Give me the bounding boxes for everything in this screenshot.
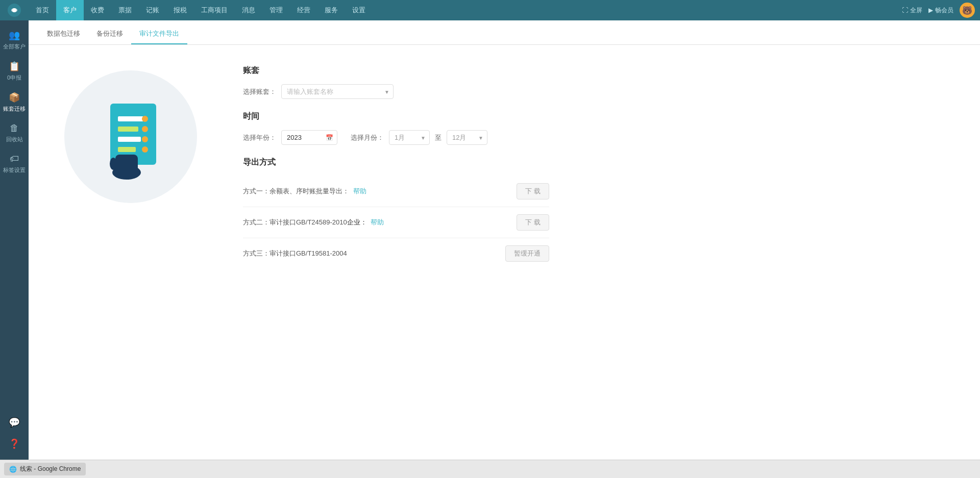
taskbar-label: 线索 - Google Chrome xyxy=(20,465,81,473)
nav-invoice[interactable]: 票据 xyxy=(111,0,139,20)
sidebar-chat-button[interactable]: 💬 xyxy=(0,412,29,433)
svg-rect-4 xyxy=(118,127,138,132)
chat-icon: 💬 xyxy=(9,417,20,428)
fullscreen-button[interactable]: ⛶ 全屏 xyxy=(902,6,922,15)
sidebar-item-zero-declaration[interactable]: 📋 0申报 xyxy=(0,56,29,87)
vip-label: 畅会员 xyxy=(935,6,953,15)
export-method-2-label: 方式二：审计接口GB/T24589-2010企业： 帮助 xyxy=(243,218,517,227)
export-method-1-download-btn[interactable]: 下 载 xyxy=(517,183,549,199)
export-method-2-help[interactable]: 帮助 xyxy=(371,218,384,226)
illustration-area xyxy=(59,65,202,208)
help-icon: ❓ xyxy=(9,438,20,449)
audit-illustration xyxy=(90,88,172,185)
export-section-title: 导出方式 xyxy=(243,157,549,168)
nav-operation[interactable]: 经营 xyxy=(290,0,317,20)
nav-message[interactable]: 消息 xyxy=(235,0,262,20)
zero-decl-icon: 📋 xyxy=(9,61,20,72)
nav-service[interactable]: 服务 xyxy=(317,0,345,20)
month-start-select[interactable]: 1月 2月 3月 4月 5月 6月 7月 8月 9月 10月 11月 12月 xyxy=(389,130,430,145)
tag-icon: 🏷 xyxy=(10,154,19,164)
export-method-1-text: 方式一：余额表、序时账批量导出： xyxy=(243,187,349,195)
chrome-icon: 🌐 xyxy=(9,466,17,473)
tab-audit-export[interactable]: 审计文件导出 xyxy=(131,23,187,44)
account-select-row: 选择账套： 请输入账套名称 xyxy=(243,84,549,99)
export-method-3-text: 方式三：审计接口GB/T19581-2004 xyxy=(243,249,347,257)
year-input[interactable] xyxy=(281,130,337,145)
year-input-wrapper: 📅 xyxy=(281,130,337,145)
year-label: 选择年份： xyxy=(243,133,276,142)
svg-point-7 xyxy=(142,116,148,122)
content-area: 数据包迁移 备份迁移 审计文件导出 xyxy=(29,20,980,460)
form-area: 账套 选择账套： 请输入账套名称 时间 选择年份： 📅 xyxy=(243,65,549,269)
vip-button[interactable]: ▶ 畅会员 xyxy=(928,6,953,15)
sidebar-label-customers: 全部客户 xyxy=(3,43,26,51)
export-method-1-label: 方式一：余额表、序时账批量导出： 帮助 xyxy=(243,187,517,196)
svg-point-1 xyxy=(12,8,16,12)
month-label: 选择月份： xyxy=(351,133,384,142)
nav-tax[interactable]: 报税 xyxy=(166,0,194,20)
account-section-title: 账套 xyxy=(243,65,549,76)
svg-point-9 xyxy=(142,136,148,142)
sidebar-item-recycle[interactable]: 🗑 回收站 xyxy=(0,118,29,148)
account-select[interactable]: 请输入账套名称 xyxy=(281,84,394,99)
export-method-1-help[interactable]: 帮助 xyxy=(353,187,366,195)
export-method-2-download-btn[interactable]: 下 载 xyxy=(517,214,549,231)
sidebar-label-migration: 账套迁移 xyxy=(3,105,26,113)
app-logo xyxy=(5,1,23,19)
nav-manage[interactable]: 管理 xyxy=(262,0,290,20)
tab-data-migration[interactable]: 数据包迁移 xyxy=(39,23,88,44)
export-method-3-label: 方式三：审计接口GB/T19581-2004 xyxy=(243,249,505,258)
account-select-wrapper: 请输入账套名称 xyxy=(281,84,394,99)
page-content: 账套 选择账套： 请输入账套名称 时间 选择年份： 📅 xyxy=(29,45,980,460)
sidebar-item-account-migration[interactable]: 📦 账套迁移 xyxy=(0,87,29,118)
nav-business[interactable]: 工商项目 xyxy=(194,0,235,20)
top-navigation: 首页 客户 收费 票据 记账 报税 工商项目 消息 管理 经营 服务 设置 ⛶ … xyxy=(0,0,980,20)
export-method-3-open-btn[interactable]: 暂缓开通 xyxy=(505,245,549,262)
fullscreen-label: 全屏 xyxy=(910,6,922,15)
svg-rect-6 xyxy=(118,147,136,152)
svg-rect-5 xyxy=(118,137,141,142)
migration-icon: 📦 xyxy=(9,92,20,103)
taskbar: 🌐 线索 - Google Chrome xyxy=(0,460,980,478)
to-separator: 至 xyxy=(435,133,442,142)
month-end-select[interactable]: 1月 2月 3月 4月 5月 6月 7月 8月 9月 10月 11月 12月 xyxy=(447,130,487,145)
nav-right-area: ⛶ 全屏 ▶ 畅会员 🐻 xyxy=(902,3,975,18)
month-start-wrapper: 1月 2月 3月 4月 5月 6月 7月 8月 9月 10月 11月 12月 xyxy=(389,130,430,145)
time-select-row: 选择年份： 📅 选择月份： 1月 2月 3月 4月 5月 6月 xyxy=(243,130,549,145)
recycle-icon: 🗑 xyxy=(10,123,19,134)
svg-point-10 xyxy=(142,146,148,153)
svg-point-13 xyxy=(110,158,117,170)
sidebar-item-tag-settings[interactable]: 🏷 标签设置 xyxy=(0,148,29,179)
tab-backup-migration[interactable]: 备份迁移 xyxy=(88,23,131,44)
taskbar-chrome-item[interactable]: 🌐 线索 - Google Chrome xyxy=(4,463,86,475)
nav-bookkeeping[interactable]: 记账 xyxy=(139,0,166,20)
vip-icon: ▶ xyxy=(928,7,933,14)
month-end-wrapper: 1月 2月 3月 4月 5月 6月 7月 8月 9月 10月 11月 12月 xyxy=(447,130,487,145)
nav-settings[interactable]: 设置 xyxy=(345,0,373,20)
user-avatar[interactable]: 🐻 xyxy=(960,3,975,18)
svg-rect-3 xyxy=(118,116,143,121)
svg-point-8 xyxy=(142,126,148,132)
nav-menu: 首页 客户 收费 票据 记账 报税 工商项目 消息 管理 经营 服务 设置 xyxy=(29,0,902,20)
sidebar-label-recycle: 回收站 xyxy=(6,136,23,143)
time-section-title: 时间 xyxy=(243,111,549,122)
export-method-3: 方式三：审计接口GB/T19581-2004 暂缓开通 xyxy=(243,238,549,269)
export-method-2-company: 企业： xyxy=(347,218,367,226)
nav-fee[interactable]: 收费 xyxy=(84,0,111,20)
sidebar-help-button[interactable]: ❓ xyxy=(0,433,29,455)
nav-home[interactable]: 首页 xyxy=(29,0,56,20)
sidebar-item-all-customers[interactable]: 👥 全部客户 xyxy=(0,24,29,56)
sidebar-label-zero-decl: 0申报 xyxy=(7,74,21,82)
svg-rect-12 xyxy=(115,155,138,175)
account-select-label: 选择账套： xyxy=(243,87,276,96)
export-method-1: 方式一：余额表、序时账批量导出： 帮助 下 载 xyxy=(243,176,549,207)
export-method-2: 方式二：审计接口GB/T24589-2010企业： 帮助 下 载 xyxy=(243,207,549,238)
sidebar-bottom: 💬 ❓ xyxy=(0,412,29,460)
export-method-2-prefix: 方式二：审计接口GB/T24589-2010 xyxy=(243,218,347,226)
customers-icon: 👥 xyxy=(9,30,20,41)
tab-bar: 数据包迁移 备份迁移 审计文件导出 xyxy=(29,20,980,45)
fullscreen-icon: ⛶ xyxy=(902,7,908,14)
nav-customer[interactable]: 客户 xyxy=(56,0,84,20)
illustration-circle xyxy=(64,70,197,203)
sidebar: 👥 全部客户 📋 0申报 📦 账套迁移 🗑 回收站 🏷 标签设置 💬 ❓ xyxy=(0,20,29,460)
